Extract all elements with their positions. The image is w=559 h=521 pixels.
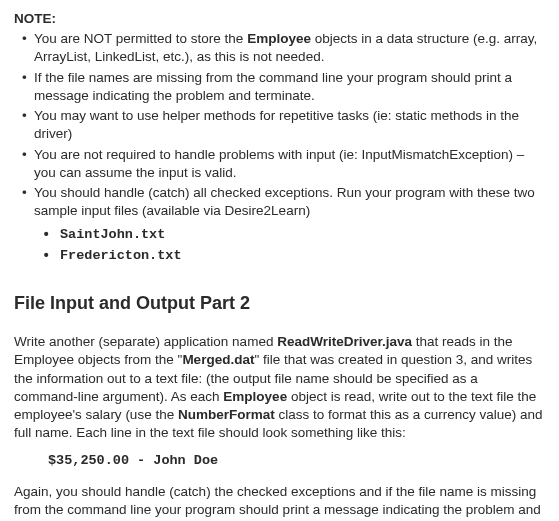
text: Write another (separate) application nam…: [14, 334, 277, 349]
list-item: You are not required to handle problems …: [22, 146, 545, 182]
file-item: Fredericton.txt: [42, 247, 545, 265]
text: You are NOT permitted to store the: [34, 31, 247, 46]
paragraph: Write another (separate) application nam…: [14, 333, 545, 442]
app-name: ReadWriteDriver.java: [277, 334, 412, 349]
text: Again, you should handle (catch) the che…: [14, 484, 541, 521]
merged-file: Merged.dat: [182, 352, 254, 367]
list-item: If the file names are missing from the c…: [22, 69, 545, 105]
employee-term: Employee: [223, 389, 287, 404]
note-heading: NOTE:: [14, 10, 545, 28]
employee-term: Employee: [247, 31, 311, 46]
list-item: You may want to use helper methods for r…: [22, 107, 545, 143]
list-item: You are NOT permitted to store the Emplo…: [22, 30, 545, 66]
list-item: You should handle (catch) all checked ex…: [22, 184, 545, 220]
file-item: SaintJohn.txt: [42, 226, 545, 244]
section-heading: File Input and Output Part 2: [14, 291, 545, 315]
note-list: You are NOT permitted to store the Emplo…: [14, 30, 545, 220]
sample-output: $35,250.00 - John Doe: [48, 452, 545, 470]
file-list: SaintJohn.txt Fredericton.txt: [14, 226, 545, 264]
paragraph: Again, you should handle (catch) the che…: [14, 483, 545, 521]
numberformat-term: NumberFormat: [178, 407, 275, 422]
